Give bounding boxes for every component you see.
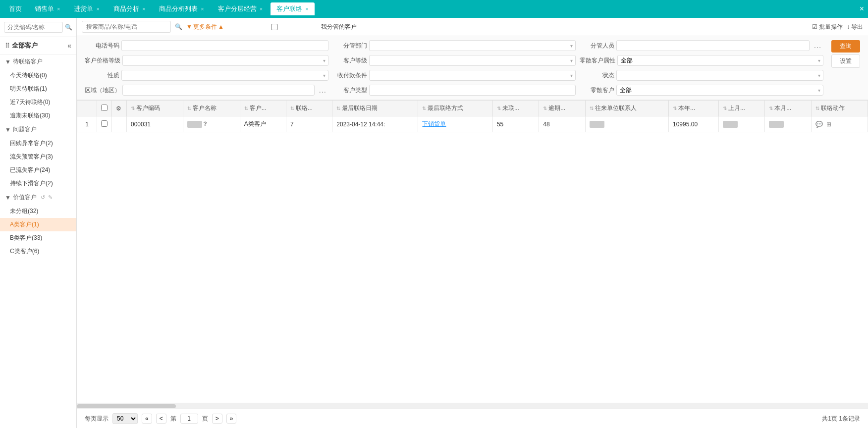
filter-dept: 分管部门 (332, 40, 576, 51)
sidebar-item-tomorrow[interactable]: 明天待联络(1) (0, 82, 76, 96)
person-input[interactable] (616, 40, 810, 51)
batch-op-btn[interactable]: ☑ 批量操作 (812, 23, 843, 31)
sidebar-item-class-c[interactable]: C类客户(6) (0, 245, 76, 258)
table-container: ⚙ 客户编码 客户名称 客户... 联络... 最后联络日期 最后联络方式 未联… (77, 100, 868, 403)
payment-label: 收付款条件 (332, 71, 367, 80)
close-purchase-tab[interactable]: × (96, 6, 99, 12)
sidebar-item-class-b[interactable]: B类客户(33) (0, 231, 76, 245)
search-icon[interactable]: 🔍 (175, 23, 182, 30)
customer-level-select[interactable] (369, 55, 576, 66)
my-customers-checkbox[interactable] (230, 24, 319, 30)
nav-tab-customer-contact[interactable]: 客户联络 × (271, 2, 314, 15)
status-label: 状态 (580, 71, 614, 80)
cell-settings (112, 116, 127, 132)
sidebar-item-loss-warning[interactable]: 流失预警客户(3) (0, 150, 76, 163)
nav-home[interactable]: 首页 (4, 2, 27, 15)
select-all-checkbox[interactable] (101, 105, 108, 111)
prev-page-btn[interactable]: < (156, 414, 166, 424)
price-level-select[interactable] (122, 55, 328, 66)
person-more-btn[interactable]: … (812, 41, 823, 50)
sidebar-section-problem[interactable]: ▼ 问题客户 (0, 122, 76, 137)
sidebar-section-pending[interactable]: ▼ 待联络客户 (0, 54, 76, 69)
cell-check[interactable] (97, 116, 112, 132)
status-select[interactable] (616, 70, 823, 81)
filter-row-2: 客户价格等级 客户等级 零散客户属性 (85, 55, 823, 66)
query-button[interactable]: 查询 (831, 40, 860, 53)
close-sales-tab[interactable]: × (57, 6, 60, 12)
settings-button[interactable]: 设置 (831, 54, 860, 68)
last-method-link[interactable]: 下销货单 (422, 120, 446, 127)
nav-tab-customer-layer[interactable]: 客户分层经营 × (212, 2, 269, 15)
col-num-header (77, 101, 97, 116)
sidebar-item-declining[interactable]: 持续下滑客户(2) (0, 177, 76, 190)
per-page-select[interactable]: 50 100 200 (112, 413, 138, 424)
col-name-header[interactable]: 客户名称 (183, 101, 240, 116)
filter-nature: 性质 (85, 70, 328, 81)
retail-select[interactable]: 全部 (616, 85, 823, 96)
col-unit-contact-header[interactable]: 往来单位联系人 (585, 101, 669, 116)
col-code-header[interactable]: 客户编码 (127, 101, 183, 116)
cell-last-month (718, 116, 764, 132)
col-this-month-header[interactable]: 本月... (765, 101, 811, 116)
advanced-filter: 电话号码 分管部门 分管人员 (77, 36, 868, 100)
col-action-header[interactable]: 联络动作 (811, 101, 868, 116)
col-this-year-header[interactable]: 本年... (669, 101, 719, 116)
region-more-btn[interactable]: … (317, 86, 328, 95)
more-conditions-btn[interactable]: ▼ 更多条件 ▲ (186, 23, 224, 31)
nav-tab-analysis[interactable]: 商品分析 × (108, 2, 151, 15)
sidebar-collapse-btn[interactable]: « (67, 42, 71, 50)
sidebar-item-class-a[interactable]: A类客户(1) (0, 218, 76, 231)
sidebar-section-value[interactable]: ▼ 价值客户 ↺ ✎ (0, 190, 76, 205)
sidebar-item-ungrouped[interactable]: 未分组(32) (0, 205, 76, 218)
scrollbar-thumb[interactable] (77, 404, 176, 408)
nav-tab-analysis-list[interactable]: 商品分析列表 × (153, 2, 210, 15)
my-customers-check[interactable]: 我分管的客户 (230, 23, 357, 31)
sidebar-item-repurchase-abnormal[interactable]: 回购异常客户(2) (0, 137, 76, 150)
sidebar-item-overdue[interactable]: 逾期未联络(30) (0, 109, 76, 122)
col-last-date-header[interactable]: 最后联络日期 (332, 101, 418, 116)
action-chat-icon[interactable]: 💬 (815, 121, 823, 128)
dept-select[interactable] (369, 40, 576, 51)
export-icon: ↓ (847, 23, 850, 30)
col-last-method-header[interactable]: 最后联络方式 (418, 101, 492, 116)
window-close-icon[interactable]: × (860, 4, 864, 13)
search-input[interactable] (82, 21, 171, 33)
next-page-btn[interactable]: > (212, 414, 222, 424)
page-number-input[interactable] (180, 414, 198, 424)
col-last-month-header[interactable]: 上月... (718, 101, 764, 116)
col-uncontacted-header[interactable]: 未联... (492, 101, 539, 116)
cell-last-method: 下销货单 (418, 116, 492, 132)
phone-input[interactable] (121, 40, 328, 51)
customer-type-input[interactable] (369, 85, 576, 96)
nature-select[interactable] (121, 70, 328, 81)
horizontal-scrollbar[interactable] (77, 403, 868, 409)
col-type-header[interactable]: 客户... (240, 101, 286, 116)
cell-this-month (765, 116, 811, 132)
nav-tab-sales[interactable]: 销售单 × (29, 2, 66, 15)
close-customer-contact-tab[interactable]: × (305, 6, 308, 12)
close-analysis-tab[interactable]: × (142, 6, 145, 12)
col-contact-header[interactable]: 联络... (286, 101, 332, 116)
last-page-btn[interactable]: » (226, 414, 237, 424)
payment-select[interactable] (369, 70, 576, 81)
retail-attr-select[interactable]: 全部 (617, 55, 823, 66)
sidebar-search-input[interactable] (4, 22, 63, 33)
filter-retail-attr: 零散客户属性 全部 (580, 55, 823, 66)
close-analysis-list-tab[interactable]: × (201, 6, 204, 12)
action-qr-icon[interactable]: ⊞ (826, 121, 831, 128)
sidebar-item-7days[interactable]: 近7天待联络(0) (0, 96, 76, 109)
sidebar-item-today[interactable]: 今天待联络(0) (0, 69, 76, 82)
last-month-placeholder (723, 121, 738, 128)
export-btn[interactable]: ↓ 导出 (847, 23, 863, 31)
row-checkbox[interactable] (101, 120, 108, 127)
nav-tab-purchase[interactable]: 进货单 × (68, 2, 105, 15)
sidebar-item-lost[interactable]: 已流失客户(24) (0, 163, 76, 177)
close-customer-layer-tab[interactable]: × (260, 6, 263, 12)
col-overdue-header[interactable]: 逾期... (539, 101, 585, 116)
col-check-header[interactable] (97, 101, 112, 116)
batch-op-icon: ☑ (812, 23, 817, 30)
region-input[interactable] (122, 85, 315, 96)
first-page-btn[interactable]: « (142, 414, 152, 424)
col-settings-header[interactable]: ⚙ (112, 101, 127, 116)
sidebar-search-icon[interactable]: 🔍 (65, 24, 72, 31)
